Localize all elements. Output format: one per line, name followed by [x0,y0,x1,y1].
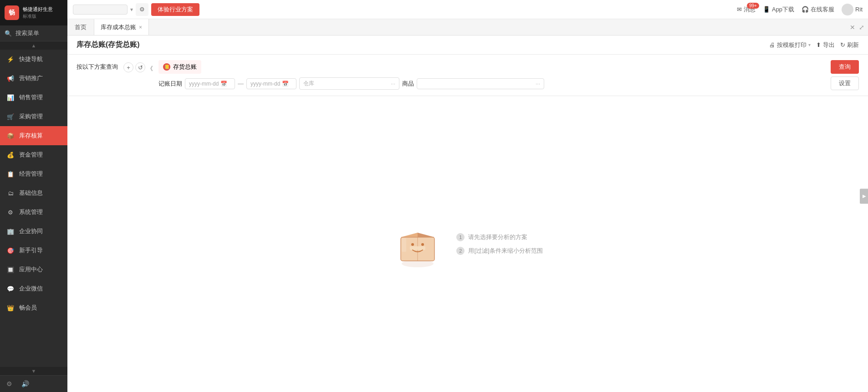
print-label: 按模板打印 [777,41,807,49]
sidebar-item-basic[interactable]: 🗂 基础信息 [0,183,67,203]
print-dropdown-icon: ▾ [808,42,811,47]
date-end-input[interactable]: yyyy-mm-dd 📅 [246,78,296,89]
empty-state-icon [393,219,443,269]
date-field-label: 记账日期 [158,80,182,88]
messages-btn[interactable]: ✉ 消息 99+ [737,5,756,14]
export-btn[interactable]: ⬆ 导出 [816,41,835,49]
industry-solution-btn[interactable]: 体验行业方案 [151,3,199,16]
search-menu[interactable]: 🔍 搜索菜单 [0,25,67,41]
export-label: 导出 [823,41,835,49]
empty-tip-2: 2 用[过滤]条件来缩小分析范围 [456,247,542,255]
sidebar-footer: ⚙ 🔊 [0,375,67,392]
sidebar-item-quick-nav[interactable]: ⚡ 快捷导航 [0,50,67,69]
sidebar-item-corp[interactable]: 🏢 企业协同 [0,222,67,241]
sidebar-scroll-up[interactable]: ▲ [0,41,67,50]
sidebar-item-label: 畅会员 [19,304,37,312]
sidebar-item-label: 营销推广 [19,74,43,82]
sidebar-item-label: 采购管理 [19,112,43,121]
tip-text-2: 用[过滤]条件来缩小分析范围 [468,247,542,255]
sidebar-item-label: 经营管理 [19,170,43,178]
guide-icon: 🎯 [6,247,15,254]
breadcrumb-input[interactable] [73,5,128,15]
refresh-btn[interactable]: ↻ 刷新 [840,41,859,49]
warehouse-select[interactable]: 仓库 ··· [299,77,399,90]
tab-bar-expand-btn[interactable]: ⤢ [859,24,864,31]
sidebar-item-operations[interactable]: 📋 经营管理 [0,164,67,183]
messages-badge: 99+ [747,3,759,9]
filter-reset-btn[interactable]: ↺ [135,62,145,72]
sidebar-item-inventory[interactable]: 📦 库存核算 [0,126,67,145]
sidebar-item-marketing[interactable]: 📢 营销推广 [0,69,67,88]
goods-select[interactable]: ··· [417,78,544,89]
online-service-btn[interactable]: 🎧 在线客服 [802,5,834,14]
empty-area: 1 请先选择要分析的方案 2 用[过滤]条件来缩小分析范围 [67,96,868,392]
sidebar-item-label: 企业协同 [19,227,43,235]
tab-bar: 首页 库存成本总账 × ✕ ⤢ [67,19,868,36]
tab-home[interactable]: 首页 [67,19,94,35]
settings-outline-btn[interactable]: 设置 [831,76,859,90]
reset-icon: ↺ [138,64,143,71]
app-download-btn[interactable]: 📱 App下载 [763,5,794,14]
query-btn[interactable]: 查询 [831,60,859,74]
empty-content: 1 请先选择要分析的方案 2 用[过滤]条件来缩小分析范围 [393,219,542,269]
sidebar-item-wechat[interactable]: 💬 企业微信 [0,279,67,298]
filter-panel: 按以下方案查询 + ↺ 《 📒 存货总账 [67,55,868,96]
apps-icon: 🔲 [6,266,15,273]
footer-speaker-btn[interactable]: 🔊 [21,380,29,387]
goods-more-icon: ··· [536,81,540,87]
header-right: ✉ 消息 99+ 📱 App下载 🎧 在线客服 Rit [737,4,863,15]
page-header-actions: 🖨 按模板打印 ▾ ⬆ 导出 ↻ 刷新 [769,41,859,49]
tab-inventory-ledger[interactable]: 库存成本总账 × [94,19,149,35]
operations-icon: 📋 [6,171,15,178]
sidebar-item-member[interactable]: 👑 畅会员 [0,298,67,317]
footer-settings-btn[interactable]: ⚙ [6,380,12,387]
date-separator: — [238,80,244,87]
sidebar-item-purchase[interactable]: 🛒 采购管理 [0,107,67,126]
tab-close-btn[interactable]: × [139,24,142,31]
page-title: 库存总账(存货总账) [77,40,140,50]
svg-point-8 [421,243,424,246]
search-menu-label: 搜索菜单 [15,29,39,37]
filter-label: 按以下方案查询 [77,60,118,71]
goods-field-label: 商品 [402,80,414,88]
header-settings-icon-btn[interactable]: ⚙ [136,3,148,16]
finance-icon: 💰 [6,152,15,158]
logo-subtitle: 标准版 [23,13,53,20]
refresh-label: 刷新 [847,41,859,49]
sidebar-item-apps[interactable]: 🔲 应用中心 [0,260,67,279]
corp-icon: 🏢 [6,228,15,235]
sidebar-scroll-down[interactable]: ▼ [0,367,67,375]
side-collapse-btn[interactable]: ▶ [860,188,868,204]
scheme-item-inventory-ledger[interactable]: 📒 存货总账 [158,60,201,74]
search-icon: 🔍 [5,30,12,37]
sidebar-item-sales[interactable]: 📊 销售管理 [0,88,67,107]
empty-tips: 1 请先选择要分析的方案 2 用[过滤]条件来缩小分析范围 [456,233,542,255]
empty-tip-1: 1 请先选择要分析的方案 [456,233,542,241]
svg-marker-2 [401,233,418,237]
warehouse-label: 仓库 [303,80,314,87]
sidebar-item-label: 基础信息 [19,189,43,197]
tip-text-1: 请先选择要分析的方案 [468,233,527,241]
headset-icon: 🎧 [802,6,809,13]
sidebar-item-finance[interactable]: 💰 资金管理 [0,145,67,164]
date-start-input[interactable]: yyyy-mm-dd 📅 [185,78,235,89]
sidebar-item-label: 快捷导航 [19,55,43,63]
date-end-placeholder: yyyy-mm-dd [250,81,280,87]
sidebar-item-label: 销售管理 [19,93,43,102]
filter-right-btns: 查询 设置 [831,60,859,90]
sidebar-item-label: 新手引导 [19,246,43,255]
sidebar-item-label: 资金管理 [19,151,43,159]
svg-point-7 [411,243,414,246]
filter-collapse-btn[interactable]: 《 [147,62,153,73]
svg-rect-9 [402,238,406,252]
page-header: 库存总账(存货总账) 🖨 按模板打印 ▾ ⬆ 导出 ↻ 刷新 [67,36,868,55]
tab-bar-close-btn[interactable]: ✕ [850,24,855,31]
sidebar-item-guide[interactable]: 🎯 新手引导 [0,241,67,260]
tip-num-1: 1 [456,233,465,241]
sidebar-item-system[interactable]: ⚙ 系统管理 [0,203,67,222]
user-area[interactable]: Rit [842,4,863,15]
breadcrumb-dropdown-btn[interactable]: ▾ [130,6,133,13]
print-btn[interactable]: 🖨 按模板打印 ▾ [769,41,811,49]
filter-add-btn[interactable]: + [123,62,133,72]
system-icon: ⚙ [6,209,15,216]
